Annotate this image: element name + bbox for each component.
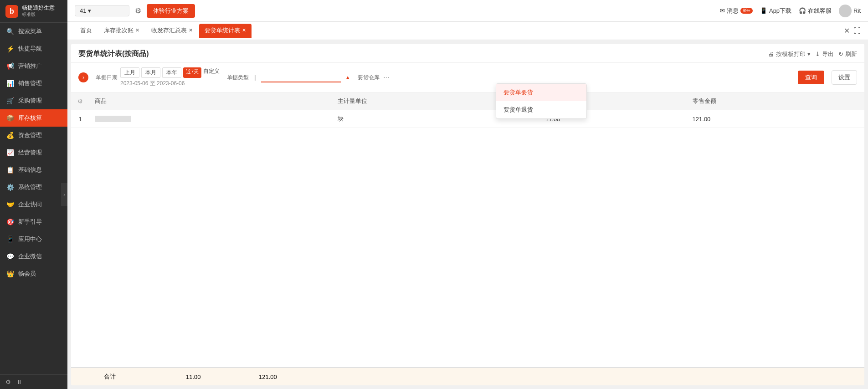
- date-buttons: 上月 本月 本年 近7天 自定义: [120, 67, 220, 78]
- col-amount: 零售金额: [687, 92, 864, 110]
- sidebar-item-base[interactable]: 📋 基础信息: [0, 161, 67, 179]
- sidebar-item-label: 企业协同: [18, 200, 42, 209]
- industry-btn[interactable]: 体验行业方案: [147, 4, 195, 18]
- type-filter-arrow-up[interactable]: ▲: [345, 74, 350, 81]
- sidebar-item-guide[interactable]: 🎯 新手引导: [0, 213, 67, 230]
- type-filter-input[interactable]: [261, 73, 341, 82]
- date-btn-custom[interactable]: 自定义: [203, 67, 220, 78]
- tab-close-all-btn[interactable]: ✕: [844, 26, 850, 35]
- sidebar-item-sales[interactable]: 📊 销售管理: [0, 75, 67, 92]
- company-selector-value: 41: [80, 7, 86, 14]
- app-icon: 📱: [5, 235, 15, 243]
- sidebar-item-label: 库存核算: [18, 114, 42, 122]
- sidebar-item-label: 快捷导航: [18, 45, 42, 53]
- sidebar: b 畅捷通好生意 标准版 🔍 搜索菜单 ⚡ 快捷导航 📢 营销推广 📊 销售管理…: [0, 0, 67, 389]
- tab-receive-summary-label: 收发存汇总表: [151, 26, 187, 35]
- logo-sub: 标准版: [22, 11, 55, 18]
- dropdown-item-order-request[interactable]: 要货单要货: [496, 84, 586, 101]
- tab-receive-summary[interactable]: 收发存汇总表 ✕: [146, 24, 198, 38]
- sidebar-item-label: 畅会员: [18, 270, 36, 278]
- sidebar-item-system[interactable]: ⚙️ 系统管理: [0, 179, 67, 196]
- inventory-icon: 📦: [5, 114, 15, 122]
- export-label: 导出: [822, 50, 834, 58]
- cell-amount: 121.00: [687, 110, 864, 128]
- tab-maximize-btn[interactable]: ⛶: [853, 27, 861, 35]
- sidebar-scroll-arrow[interactable]: ›: [61, 183, 67, 206]
- user-avatar-btn[interactable]: Rit: [839, 5, 861, 17]
- sidebar-item-shortcut[interactable]: ⚡ 快捷导航: [0, 40, 67, 57]
- sidebar-item-marketing[interactable]: 📢 营销推广: [0, 57, 67, 75]
- guide-icon: 🎯: [5, 218, 15, 225]
- base-icon: 📋: [5, 166, 15, 174]
- lightning-icon: ⚡: [5, 45, 15, 52]
- warehouse-filter-more-btn[interactable]: ···: [383, 73, 389, 82]
- tab-order-stat[interactable]: 要货单统计表 ✕: [199, 24, 252, 38]
- footer-amount: 121.00: [259, 374, 277, 380]
- sidebar-item-label: 企业微信: [18, 252, 42, 261]
- settings-btn[interactable]: 设置: [832, 70, 857, 85]
- page-area: 要货单统计表(按商品) 🖨 按模板打印 ▾ ⤓ 导出 ↻ 刷新 ›: [71, 44, 864, 385]
- logo-text-area: 畅捷通好生意 标准版: [22, 5, 55, 18]
- company-selector[interactable]: 41 ▾: [75, 5, 129, 16]
- page-title: 要货单统计表(按商品): [78, 49, 149, 59]
- tab-receive-summary-close[interactable]: ✕: [189, 27, 193, 33]
- sidebar-item-label: 基础信息: [18, 166, 42, 174]
- date-btn-this-month[interactable]: 本月: [141, 67, 160, 78]
- template-print-btn[interactable]: 🖨 按模板打印 ▾: [768, 50, 811, 58]
- service-icon: 🎧: [799, 7, 806, 14]
- date-btn-this-year[interactable]: 本年: [162, 67, 181, 78]
- sidebar-item-label: 系统管理: [18, 183, 42, 191]
- type-filter-group: 单据类型 | ▲ 要货单要货 要货单退货: [227, 73, 350, 82]
- query-btn[interactable]: 查询: [798, 71, 824, 84]
- tab-home[interactable]: 首页: [75, 24, 98, 38]
- topbar-gear-icon[interactable]: ⚙: [135, 6, 141, 15]
- message-badge: 99+: [740, 8, 753, 14]
- product-placeholder: [95, 116, 131, 122]
- tab-inventory-batch[interactable]: 库存批次账 ✕: [98, 24, 145, 38]
- tab-home-label: 首页: [80, 26, 92, 35]
- tab-order-stat-close[interactable]: ✕: [242, 27, 246, 33]
- message-btn[interactable]: ✉ 消息 99+: [720, 7, 753, 15]
- tabs-right-actions: ✕ ⛶: [844, 26, 861, 35]
- refresh-btn[interactable]: ↻ 刷新: [838, 50, 857, 58]
- settings-bottom-btn[interactable]: ⚙: [5, 379, 11, 385]
- sidebar-item-label: 新手引导: [18, 218, 42, 226]
- service-btn[interactable]: 🎧 在线客服: [799, 7, 832, 15]
- marketing-icon: 📢: [5, 62, 15, 70]
- app-download-label: App下载: [769, 7, 791, 15]
- app-download-btn[interactable]: 📱 App下载: [760, 7, 791, 15]
- enterprise-icon: 🤝: [5, 201, 15, 208]
- sidebar-item-label: 采购管理: [18, 97, 42, 105]
- tab-bar: 首页 库存批次账 ✕ 收发存汇总表 ✕ 要货单统计表 ✕ ✕ ⛶: [67, 22, 868, 40]
- sidebar-item-search[interactable]: 🔍 搜索菜单: [0, 23, 67, 40]
- collapse-btn[interactable]: ⏸: [16, 379, 22, 385]
- export-btn[interactable]: ⤓ 导出: [815, 50, 834, 58]
- sidebar-item-operation[interactable]: 📈 经营管理: [0, 144, 67, 161]
- filter-expand-btn[interactable]: ›: [78, 72, 88, 82]
- sidebar-item-purchase[interactable]: 🛒 采购管理: [0, 92, 67, 109]
- footer-amount-cell: 121.00: [259, 374, 277, 380]
- sidebar-item-member[interactable]: 👑 畅会员: [0, 265, 67, 282]
- topbar-left: 41 ▾ ⚙ 体验行业方案: [75, 4, 195, 18]
- date-btn-recent-7[interactable]: 近7天: [183, 67, 201, 78]
- sidebar-item-wechat[interactable]: 💬 企业微信: [0, 248, 67, 265]
- table-wrapper: ⚙ 商品 主计量单位 主数量 零售金额 1 块 11.00: [71, 92, 864, 367]
- print-icon: 🖨: [768, 51, 774, 57]
- date-btn-last-month[interactable]: 上月: [120, 67, 139, 78]
- warehouse-filter-group: 要货仓库 ···: [358, 73, 391, 82]
- tab-inventory-batch-close[interactable]: ✕: [135, 27, 139, 33]
- table-row: 1 块 11.00 121.00: [71, 110, 864, 128]
- dropdown-item-order-return[interactable]: 要货单退货: [496, 101, 586, 118]
- sidebar-item-enterprise[interactable]: 🤝 企业协同: [0, 196, 67, 213]
- sidebar-item-finance[interactable]: 💰 资金管理: [0, 127, 67, 144]
- finance-icon: 💰: [5, 132, 15, 139]
- col-settings[interactable]: ⚙: [71, 92, 89, 110]
- system-icon: ⚙️: [5, 184, 15, 191]
- filter-bar: › 单据日期 上月 本月 本年 近7天 自定义 2023-05-06 至 202…: [71, 63, 864, 92]
- sidebar-item-inventory[interactable]: 📦 库存核算: [0, 109, 67, 127]
- chevron-down-icon: ▾: [88, 7, 91, 14]
- col-product: 商品: [89, 92, 332, 110]
- collapse-icon: ⏸: [16, 379, 22, 385]
- warehouse-filter-label: 要货仓库: [358, 74, 380, 82]
- sidebar-item-app[interactable]: 📱 应用中心: [0, 230, 67, 248]
